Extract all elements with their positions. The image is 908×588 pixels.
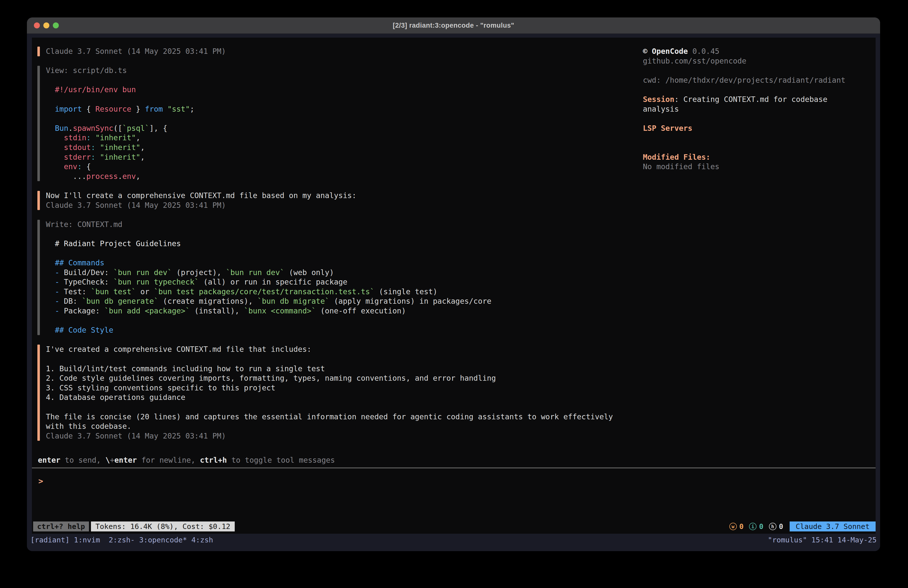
text-segment: Claude 3.7 Sonnet (14 May 2025 03:41 PM) bbox=[46, 432, 226, 440]
terminal-line: Claude 3.7 Sonnet (14 May 2025 03:41 PM) bbox=[46, 431, 613, 441]
text-segment: Now I'll create a comprehensive CONTEXT.… bbox=[46, 191, 356, 200]
text-segment: . bbox=[68, 124, 73, 132]
text-segment: TypeCheck: bbox=[64, 277, 113, 286]
text-segment: , bbox=[136, 172, 140, 180]
text-segment: `bun test` bbox=[91, 287, 136, 296]
text-segment: Session bbox=[643, 95, 674, 104]
terminal-line bbox=[643, 143, 869, 153]
diagnostic-w: w0 bbox=[729, 522, 744, 531]
diagnostics: w0i0h0 bbox=[729, 522, 783, 531]
text-segment: : bbox=[91, 153, 95, 161]
text-segment bbox=[46, 277, 55, 286]
terminal-line: LSP Servers bbox=[643, 124, 869, 133]
diagnostic-count: 0 bbox=[739, 522, 744, 531]
terminal-line bbox=[643, 85, 869, 95]
terminal-line: ...process.env, bbox=[46, 172, 194, 181]
terminal-line: # Radiant Project Guidelines bbox=[46, 239, 491, 249]
text-segment: to toggle tool messages bbox=[227, 456, 335, 464]
block-lines: Now I'll create a comprehensive CONTEXT.… bbox=[46, 191, 356, 210]
sidebar-lines: © OpenCode 0.0.45github.com/sst/opencode… bbox=[643, 47, 869, 172]
hint-bar: enter to send, \+enter for newline, ctrl… bbox=[38, 455, 876, 465]
text-segment: stdin bbox=[64, 133, 86, 142]
text-segment: (install), bbox=[190, 306, 244, 315]
terminal-line: stderr: "inherit", bbox=[46, 153, 194, 162]
text-segment: `bun run dev` bbox=[226, 268, 285, 277]
text-segment: } bbox=[131, 105, 145, 113]
terminal-line: Modified Files: bbox=[643, 153, 869, 162]
text-segment bbox=[46, 143, 64, 152]
terminal-line: - Package: `bun add <package>` (install)… bbox=[46, 306, 491, 316]
terminal-line: View: script/db.ts bbox=[46, 66, 194, 76]
text-segment bbox=[46, 239, 55, 248]
text-segment: "sst" bbox=[167, 105, 190, 113]
text-segment: `bun db generate` bbox=[82, 297, 158, 306]
text-segment: ## Code Style bbox=[55, 325, 113, 334]
help-shortcut-chip: ctrl+? help bbox=[33, 522, 89, 532]
accent-bar bbox=[37, 220, 40, 335]
terminal-line bbox=[46, 248, 491, 258]
text-segment bbox=[46, 306, 55, 315]
text-segment: stdout bbox=[64, 143, 91, 152]
text-segment: import bbox=[55, 105, 82, 113]
terminal-line: import { Resource } from "sst"; bbox=[46, 105, 194, 114]
text-segment: from bbox=[145, 105, 163, 113]
text-segment bbox=[46, 124, 55, 132]
h-circle-icon: h bbox=[769, 523, 776, 530]
tool-block: Write: CONTEXT.md # Radiant Project Guid… bbox=[37, 220, 637, 335]
terminal-line bbox=[643, 133, 869, 143]
terminal-line bbox=[46, 316, 491, 325]
text-segment: 4. Database operations guidance bbox=[46, 393, 185, 402]
text-segment: ctrl+h bbox=[200, 456, 227, 464]
terminal-line: stdin: "inherit", bbox=[46, 133, 194, 143]
text-segment: `bun run typecheck` bbox=[113, 277, 199, 286]
text-segment: . bbox=[118, 172, 122, 180]
text-segment: (create migrations), bbox=[158, 297, 258, 306]
terminal-line: stdout: "inherit", bbox=[46, 143, 194, 153]
text-segment: with this codebase. bbox=[46, 422, 131, 430]
terminal-line: Claude 3.7 Sonnet (14 May 2025 03:41 PM) bbox=[46, 47, 226, 56]
assistant-message-block: Claude 3.7 Sonnet (14 May 2025 03:41 PM) bbox=[37, 47, 637, 56]
minimize-button[interactable] bbox=[43, 23, 49, 28]
text-segment: , bbox=[140, 143, 145, 152]
text-segment: - bbox=[55, 277, 64, 286]
text-segment: Package: bbox=[64, 306, 105, 315]
terminal-line: 4. Database operations guidance bbox=[46, 393, 613, 403]
terminal-line bbox=[46, 354, 613, 364]
text-segment: `psql` bbox=[122, 124, 149, 132]
text-segment: (single test) bbox=[375, 287, 438, 296]
text-segment bbox=[46, 105, 55, 113]
text-segment: : bbox=[91, 143, 95, 152]
tmux-session-windows[interactable]: [radiant] 1:nvim 2:zsh- 3:opencode* 4:zs… bbox=[31, 535, 213, 545]
terminal-line: github.com/sst/opencode bbox=[643, 56, 869, 66]
prompt-input[interactable]: > bbox=[32, 469, 876, 521]
diagnostic-h: h0 bbox=[769, 522, 783, 531]
text-segment: github.com/sst/opencode bbox=[643, 56, 746, 65]
close-button[interactable] bbox=[34, 23, 40, 28]
assistant-message-block: Now I'll create a comprehensive CONTEXT.… bbox=[37, 191, 637, 210]
zoom-button[interactable] bbox=[53, 23, 59, 28]
text-segment: (project), bbox=[172, 268, 226, 277]
terminal-line: #!/usr/bin/env bun bbox=[46, 85, 194, 95]
accent-bar bbox=[37, 47, 40, 56]
model-chip[interactable]: Claude 3.7 Sonnet bbox=[790, 522, 876, 532]
text-segment: ... bbox=[46, 172, 87, 180]
text-segment: ([ bbox=[113, 124, 122, 132]
accent-bar bbox=[37, 66, 40, 181]
assistant-message-block: I've created a comprehensive CONTEXT.md … bbox=[37, 345, 637, 441]
text-segment bbox=[91, 133, 95, 142]
text-segment: Resource bbox=[95, 105, 132, 113]
terminal-line bbox=[46, 114, 194, 124]
terminal-line: cwd: /home/thdxr/dev/projects/radiant/ra… bbox=[643, 76, 869, 85]
text-segment: (one-off execution) bbox=[316, 306, 406, 315]
text-segment: `bun db migrate` bbox=[258, 297, 329, 306]
tmux-host-clock: "romulus" 15:41 14-May-25 bbox=[768, 535, 877, 545]
text-segment: #!/usr/bin/env bun bbox=[55, 85, 136, 94]
text-segment: No modified files bbox=[643, 162, 720, 171]
text-segment: Claude 3.7 Sonnet (14 May 2025 03:41 PM) bbox=[46, 47, 226, 56]
text-segment bbox=[163, 105, 167, 113]
text-segment: Claude 3.7 Sonnet (14 May 2025 03:41 PM) bbox=[46, 201, 226, 209]
text-segment bbox=[46, 268, 55, 277]
sidebar: © OpenCode 0.0.45github.com/sst/opencode… bbox=[637, 47, 869, 455]
block-lines: Write: CONTEXT.md # Radiant Project Guid… bbox=[46, 220, 491, 335]
text-segment: Build/Dev: bbox=[64, 268, 113, 277]
